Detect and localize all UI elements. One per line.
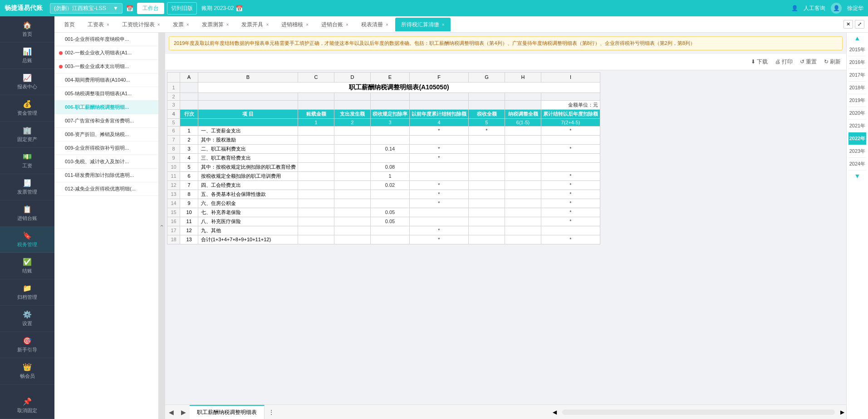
h-11[interactable]: [505, 226, 541, 235]
scroll-right-icon[interactable]: ▶: [839, 409, 846, 415]
e-12[interactable]: [371, 235, 410, 244]
sidebar-item-资金管理[interactable]: 💰资金管理: [0, 95, 54, 122]
tab-进销稽核[interactable]: 进销稽核×: [275, 18, 314, 31]
tab-所得税汇算清缴[interactable]: 所得税汇算清缴×: [395, 18, 451, 31]
sidebar-item-报表中心[interactable]: 📈报表中心: [0, 69, 54, 95]
i-12[interactable]: *: [541, 235, 600, 244]
i-9[interactable]: *: [541, 208, 600, 217]
d-6[interactable]: [334, 180, 371, 190]
i-0[interactable]: *: [541, 126, 600, 135]
g-12[interactable]: [469, 235, 505, 244]
g-11[interactable]: [469, 226, 505, 235]
e-5[interactable]: 1: [371, 171, 410, 180]
e-9[interactable]: 0.05: [371, 208, 410, 217]
i-7[interactable]: *: [541, 190, 600, 199]
c-0[interactable]: [298, 126, 334, 135]
left-panel-item-2[interactable]: 003-一般企业成本支出明细...: [54, 60, 158, 73]
c-1[interactable]: [298, 135, 334, 144]
d-5[interactable]: [334, 171, 371, 180]
tab-税表清册[interactable]: 税表清册×: [355, 18, 394, 31]
old-version-button[interactable]: 切到旧版: [167, 2, 197, 15]
h-0[interactable]: [505, 126, 541, 135]
left-panel-item-0[interactable]: 001-企业所得税年度纳税申...: [54, 33, 158, 46]
user-name[interactable]: 徐淀华: [847, 5, 863, 12]
sidebar-item-设置[interactable]: ⚙️设置: [0, 306, 54, 332]
tab-close-1[interactable]: ×: [107, 22, 109, 27]
company-selector[interactable]: (勿删）江西粮宝-LSS ▼: [50, 3, 123, 14]
sidebar-item-进销台账[interactable]: 📋进销台账: [0, 200, 54, 227]
h-4[interactable]: [505, 162, 541, 171]
f-1[interactable]: [410, 135, 469, 144]
c-7[interactable]: [298, 190, 334, 199]
workbench-button[interactable]: 工作台: [137, 3, 164, 14]
year-btn-2023年[interactable]: 2023年: [848, 145, 866, 158]
f-3[interactable]: *: [410, 153, 469, 162]
d-12[interactable]: [334, 235, 371, 244]
i-2[interactable]: *: [541, 144, 600, 153]
scroll-left-icon[interactable]: ◀: [551, 409, 559, 415]
f-4[interactable]: [410, 162, 469, 171]
h-7[interactable]: [505, 190, 541, 199]
c-3[interactable]: [298, 153, 334, 162]
g-0[interactable]: *: [469, 126, 505, 135]
left-panel-item-4[interactable]: 005-纳税调整项目明细表(A1...: [54, 87, 158, 101]
download-button[interactable]: ⬇ 下载: [751, 58, 768, 66]
tab-close-7[interactable]: ×: [346, 22, 348, 27]
i-8[interactable]: *: [541, 199, 600, 208]
e-1[interactable]: [371, 135, 410, 144]
d-2[interactable]: [334, 144, 371, 153]
g-5[interactable]: [469, 171, 505, 180]
left-panel-item-10[interactable]: 011-研发费用加计扣除优惠明...: [54, 169, 158, 182]
g-3[interactable]: [469, 153, 505, 162]
support-label[interactable]: 人工客询: [804, 5, 825, 12]
c-10[interactable]: [298, 217, 334, 226]
sheet-more-button[interactable]: ⋮: [265, 409, 278, 416]
c-11[interactable]: [298, 226, 334, 235]
collapse-button[interactable]: ‹: [159, 33, 165, 419]
year-btn-2022年[interactable]: 2022年: [848, 132, 866, 145]
sidebar-item-税务管理[interactable]: 🔖税务管理: [0, 227, 54, 253]
year-btn-2021年[interactable]: 2021年: [848, 120, 866, 132]
f-0[interactable]: *: [410, 126, 469, 135]
spreadsheet-area[interactable]: ABCDEFGHI1职工薪酬纳税调整明细表(A105050)23金额单位：元4行…: [165, 70, 846, 405]
tab-发票测算[interactable]: 发票测算×: [196, 18, 235, 31]
tab-工资统计报表[interactable]: 工资统计报表×: [116, 18, 166, 31]
i-5[interactable]: *: [541, 171, 600, 180]
sheet-tab[interactable]: 职工薪酬纳税调整明细表: [190, 405, 265, 419]
f-11[interactable]: *: [410, 226, 469, 235]
g-9[interactable]: [469, 208, 505, 217]
i-3[interactable]: [541, 153, 600, 162]
f-12[interactable]: *: [410, 235, 469, 244]
i-1[interactable]: [541, 135, 600, 144]
f-6[interactable]: *: [410, 180, 469, 190]
g-2[interactable]: [469, 144, 505, 153]
tab-close-8[interactable]: ×: [386, 22, 388, 27]
left-panel-item-9[interactable]: 010-免税、减计收入及加计...: [54, 155, 158, 169]
sidebar-item-结账[interactable]: ✅结账: [0, 253, 54, 279]
left-panel-item-7[interactable]: 008-资产折旧、摊销及纳税...: [54, 128, 158, 141]
g-10[interactable]: [469, 217, 505, 226]
tab-close-5[interactable]: ×: [266, 22, 269, 27]
year-btn-2019年[interactable]: 2019年: [848, 94, 866, 107]
year-down-button[interactable]: ▼: [847, 171, 868, 181]
f-2[interactable]: *: [410, 144, 469, 153]
g-4[interactable]: [469, 162, 505, 171]
g-7[interactable]: [469, 190, 505, 199]
tab-进销台账[interactable]: 进销台账×: [315, 18, 354, 31]
sidebar-unpin[interactable]: 📌 取消固定: [0, 393, 54, 419]
year-btn-2017年[interactable]: 2017年: [848, 69, 866, 82]
c-4[interactable]: [298, 162, 334, 171]
year-btn-2018年[interactable]: 2018年: [848, 82, 866, 94]
year-btn-2024年[interactable]: 2024年: [848, 158, 866, 171]
g-8[interactable]: [469, 199, 505, 208]
left-panel-item-8[interactable]: 009-企业所得税弥补亏损明...: [54, 141, 158, 155]
tab-close-6[interactable]: ×: [306, 22, 309, 27]
reset-button[interactable]: ↺ 重置: [800, 58, 817, 66]
f-8[interactable]: *: [410, 199, 469, 208]
h-1[interactable]: [505, 135, 541, 144]
h-3[interactable]: [505, 153, 541, 162]
e-2[interactable]: 0.14: [371, 144, 410, 153]
c-2[interactable]: [298, 144, 334, 153]
d-7[interactable]: [334, 190, 371, 199]
sidebar-item-发票管理[interactable]: 🧾发票管理: [0, 174, 54, 200]
